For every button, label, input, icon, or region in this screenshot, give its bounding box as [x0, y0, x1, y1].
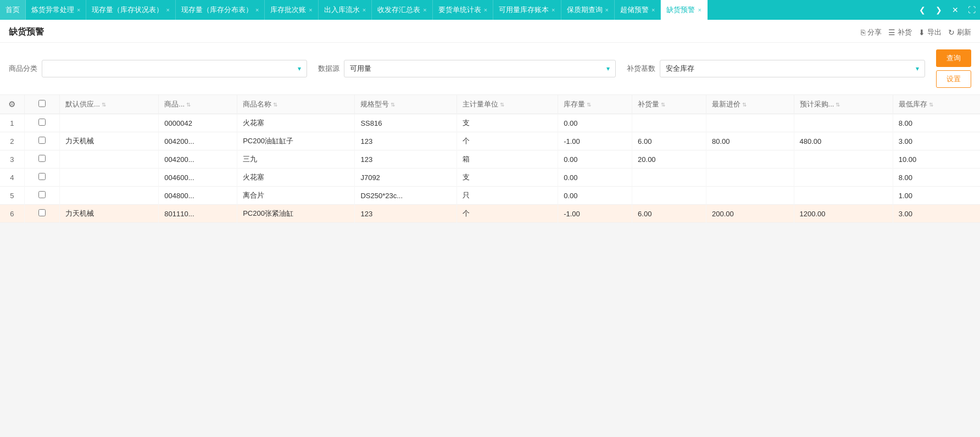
- category-filter: 商品分类 ▾: [9, 60, 307, 77]
- column-product-name[interactable]: 商品名称 ⇅: [237, 95, 355, 114]
- export-button[interactable]: ⬇ 导出: [918, 27, 942, 37]
- cell-est_purchase: [794, 114, 893, 132]
- column-min-stock[interactable]: 最低库存 ⇅: [893, 95, 980, 114]
- nav-tab-exception[interactable]: 炼货异常处理×: [26, 0, 86, 20]
- column-replenish[interactable]: 补货量 ⇅: [632, 95, 706, 114]
- column-est-purchase[interactable]: 预计采购... ⇅: [794, 95, 893, 114]
- setting-button[interactable]: 设置: [936, 70, 971, 88]
- table-row: 3004200...三九123箱0.0020.0010.00: [0, 150, 980, 169]
- nav-tab-expiry[interactable]: 保质期查询×: [561, 0, 615, 20]
- unit-sort-icon: ⇅: [500, 102, 504, 108]
- tab-close-inout-flow[interactable]: ×: [363, 7, 366, 13]
- row-checkbox[interactable]: [38, 209, 46, 216]
- tab-close-order-stat[interactable]: ×: [484, 7, 487, 13]
- datasource-filter: 数据源 可用量 ▾: [318, 60, 616, 77]
- cell-replenish: 6.00: [632, 205, 706, 223]
- datasource-select[interactable]: 可用量 ▾: [344, 60, 616, 77]
- table-settings-icon[interactable]: ⚙: [8, 99, 15, 109]
- nav-tab-order-stat[interactable]: 要货单统计表×: [433, 0, 493, 20]
- column-stock[interactable]: 库存量 ⇅: [558, 95, 632, 114]
- nav-fullscreen-button[interactable]: ⛶: [964, 0, 980, 20]
- nav-tab-inout-flow[interactable]: 出入库流水×: [319, 0, 372, 20]
- product-code-sort-icon: ⇅: [186, 102, 191, 108]
- nav-prev-button[interactable]: ❮: [914, 0, 931, 20]
- nav-tab-shortage[interactable]: 缺货预警×: [661, 0, 707, 20]
- row-checkbox[interactable]: [38, 173, 46, 180]
- category-label: 商品分类: [9, 64, 37, 74]
- refresh-button[interactable]: ↻ 刷新: [948, 27, 971, 37]
- select-all-checkbox[interactable]: [38, 100, 46, 107]
- cell-latest_price: [706, 150, 794, 169]
- cell-replenish: [632, 187, 706, 205]
- column-checkbox: [24, 95, 60, 114]
- query-button[interactable]: 查询: [936, 49, 971, 67]
- nav-tab-avail-ledger[interactable]: 可用量库存账本×: [493, 0, 561, 20]
- datasource-dropdown-icon: ▾: [606, 65, 610, 72]
- cell-est_purchase: 1200.00: [794, 205, 893, 223]
- tab-close-shortage[interactable]: ×: [698, 7, 701, 13]
- nav-tab-stock-dist[interactable]: 现存量（库存分布表）×: [176, 0, 265, 20]
- tab-close-avail-ledger[interactable]: ×: [552, 7, 555, 13]
- table-row: 2力天机械004200...PC200油缸缸子123个-1.006.0080.0…: [0, 132, 980, 150]
- supplier-sort-icon: ⇅: [102, 102, 106, 108]
- nav-controls: ❮ ❯ ✕ ⛶: [914, 0, 980, 20]
- cell-latest_price: 80.00: [706, 132, 794, 150]
- nav-tab-recv-send[interactable]: 收发存汇总表×: [372, 0, 432, 20]
- cell-product_code: 004200...: [159, 132, 237, 150]
- tab-close-stock-dist[interactable]: ×: [255, 7, 259, 13]
- cell-min_stock: 8.00: [893, 169, 980, 187]
- table-row: 5004800...离合片DS250*23c...只0.001.00: [0, 187, 980, 205]
- cell-spec: J7092: [355, 169, 456, 187]
- cell-latest_price: [706, 114, 794, 132]
- nav-next-button[interactable]: ❯: [931, 0, 947, 20]
- table-row: 4004600...火花塞J7092支0.008.00: [0, 169, 980, 187]
- tab-close-expiry[interactable]: ×: [605, 7, 609, 13]
- cell-unit: 个: [456, 205, 558, 223]
- cell-min_stock: 3.00: [893, 132, 980, 150]
- category-select[interactable]: ▾: [42, 60, 307, 77]
- column-unit[interactable]: 主计量单位 ⇅: [456, 95, 558, 114]
- nav-tab-home[interactable]: 首页: [0, 0, 26, 20]
- replenish-base-select[interactable]: 安全库存 ▾: [660, 60, 925, 77]
- nav-close-button[interactable]: ✕: [947, 0, 964, 20]
- tab-close-exception[interactable]: ×: [77, 7, 80, 13]
- page-title: 缺货预警: [9, 26, 44, 38]
- nav-tab-stock-status[interactable]: 现存量（库存状况表）×: [86, 0, 175, 20]
- cell-min_stock: 10.00: [893, 150, 980, 169]
- table-body: 10000042火花塞SS816支0.008.002力天机械004200...P…: [0, 114, 980, 223]
- replenish-sort-icon: ⇅: [661, 102, 665, 108]
- cell-min_stock: 1.00: [893, 187, 980, 205]
- nav-tab-batch[interactable]: 库存批次账×: [265, 0, 318, 20]
- tab-close-recv-send[interactable]: ×: [423, 7, 426, 13]
- category-dropdown-icon: ▾: [298, 65, 301, 72]
- row-num-cell: 3: [0, 150, 24, 169]
- cell-replenish: [632, 169, 706, 187]
- row-checkbox[interactable]: [38, 119, 46, 126]
- column-latest-price[interactable]: 最新进价 ⇅: [706, 95, 794, 114]
- est-purchase-sort-icon: ⇅: [836, 102, 840, 108]
- replenish-base-filter: 补货基数 安全库存 ▾: [627, 60, 925, 77]
- column-supplier[interactable]: 默认供应... ⇅: [60, 95, 159, 114]
- tab-close-stock-status[interactable]: ×: [166, 7, 169, 13]
- latest-price-sort-icon: ⇅: [742, 102, 747, 108]
- column-spec[interactable]: 规格型号 ⇅: [355, 95, 456, 114]
- share-button[interactable]: ⎘ 分享: [861, 27, 882, 37]
- cell-supplier: [60, 169, 159, 187]
- min-stock-sort-icon: ⇅: [929, 102, 933, 108]
- tab-close-batch[interactable]: ×: [309, 7, 312, 13]
- cell-product_name: 火花塞: [237, 169, 355, 187]
- cell-unit: 只: [456, 187, 558, 205]
- row-num-cell: 2: [0, 132, 24, 150]
- cell-min_stock: 3.00: [893, 205, 980, 223]
- table-header-row: ⚙ 默认供应... ⇅ 商品... ⇅: [0, 95, 980, 114]
- replenish-button[interactable]: ☰ 补货: [888, 27, 912, 37]
- row-checkbox[interactable]: [38, 191, 46, 198]
- spec-sort-icon: ⇅: [391, 102, 395, 108]
- row-checkbox[interactable]: [38, 155, 46, 162]
- tab-close-overstock[interactable]: ×: [652, 7, 655, 13]
- cell-replenish: 6.00: [632, 132, 706, 150]
- cell-stock: 0.00: [558, 114, 632, 132]
- column-product-code[interactable]: 商品... ⇅: [159, 95, 237, 114]
- row-checkbox[interactable]: [38, 137, 46, 144]
- nav-tab-overstock[interactable]: 超储预警×: [615, 0, 661, 20]
